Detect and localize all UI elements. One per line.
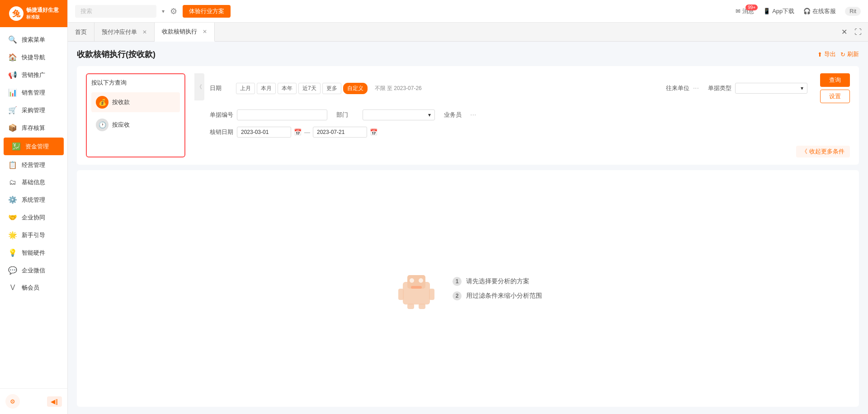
verify-date-field: 核销日期 📅 — 📅 — [210, 127, 377, 138]
sidebar-item-sales[interactable]: 📊 销售管理 — [0, 84, 67, 101]
doc-number-input[interactable] — [237, 109, 327, 120]
refresh-btn[interactable]: ↻ 刷新 — [840, 50, 859, 58]
sidebar-item-enterprise[interactable]: 🤝 企业协同 — [0, 209, 67, 226]
date-btn-7days[interactable]: 近7天 — [298, 83, 321, 94]
tab-prepay-close[interactable]: ✕ — [142, 29, 147, 35]
sidebar-item-basic-info[interactable]: 🗂 基础信息 — [0, 174, 67, 191]
filter-option-by-receipt[interactable]: 💰 按收款 — [91, 92, 180, 112]
verify-date-start-input[interactable] — [237, 127, 291, 138]
svg-rect-5 — [398, 289, 404, 300]
tab-prepay[interactable]: 预付冲应付单 ✕ — [94, 23, 155, 41]
calendar-end-icon[interactable]: 📅 — [370, 128, 377, 136]
sidebar-settings-btn[interactable]: ⚙ — [5, 394, 20, 409]
tab-home[interactable]: 首页 — [68, 23, 94, 41]
sidebar-item-label: 企业协同 — [22, 214, 45, 222]
tip-num-2: 2 — [453, 291, 462, 300]
filter-row-1: 日期 上月 本月 本年 近7天 更多 自定义 不限 至 2023-07-26 往… — [210, 73, 850, 103]
filter-right: 日期 上月 本月 本年 近7天 更多 自定义 不限 至 2023-07-26 往… — [210, 73, 850, 157]
message-badge: 99+ — [745, 5, 758, 10]
filter-row-3: 核销日期 📅 — 📅 — [210, 127, 850, 138]
sidebar-collapse-btn[interactable]: ◀‖ — [47, 396, 62, 407]
staff-dots[interactable]: ··· — [470, 111, 476, 119]
receivable-label: 按应收 — [112, 121, 130, 129]
refresh-label: 刷新 — [847, 50, 859, 58]
sidebar-item-search[interactable]: 🔍 搜索菜单 — [0, 31, 67, 48]
date-sep: — — [304, 129, 310, 136]
online-service-btn[interactable]: 🎧 在线客服 — [803, 7, 836, 15]
sidebar-item-system[interactable]: ⚙️ 系统管理 — [0, 191, 67, 209]
sidebar-item-wechat[interactable]: 💬 企业微信 — [0, 262, 67, 279]
settings-btn[interactable]: 设置 — [820, 90, 850, 103]
dept-select[interactable]: ▾ — [363, 109, 435, 120]
sidebar-item-inventory[interactable]: 📦 库存核算 — [0, 119, 67, 137]
topbar: 搜索 ▾ ⚙ 体验行业方案 ✉ 消息 99+ 📱 App下载 🎧 在线客服 Ri… — [68, 0, 868, 23]
receipt-icon: 💰 — [96, 96, 108, 109]
date-field: 日期 上月 本月 本年 近7天 更多 自定义 不限 至 2023-07-26 — [210, 83, 422, 94]
counterpart-dots[interactable]: ··· — [693, 84, 699, 92]
date-btn-this-year[interactable]: 本年 — [278, 83, 297, 94]
app-download-btn[interactable]: 📱 App下载 — [763, 7, 794, 15]
purchase-icon: 🛒 — [8, 106, 17, 114]
hardware-icon: 💡 — [8, 248, 17, 257]
doc-type-field: 单据类型 ▾ — [708, 83, 807, 94]
topbar-search[interactable]: 搜索 — [75, 5, 156, 18]
dept-field: 部门 ▾ — [336, 109, 435, 120]
filter-panel-collapse-btn[interactable]: 《 — [194, 73, 204, 100]
doc-type-label: 单据类型 — [708, 84, 731, 92]
tab-collection-close[interactable]: ✕ — [203, 29, 207, 35]
export-btn[interactable]: ⬆ 导出 — [817, 50, 836, 58]
close-tab-btn[interactable]: ✕ — [840, 26, 849, 38]
collapse-conditions-btn[interactable]: 《 收起更多条件 — [796, 146, 850, 157]
wechat-icon: 💬 — [8, 266, 17, 275]
page-header-actions: ⬆ 导出 ↻ 刷新 — [817, 50, 859, 58]
tab-collection[interactable]: 收款核销执行 ✕ — [155, 23, 215, 42]
sidebar-item-label: 经营管理 — [22, 161, 45, 169]
sidebar-item-quick-nav[interactable]: 🏠 快捷导航 — [0, 48, 67, 66]
sidebar-item-marketing[interactable]: 📢 营销推广 — [0, 66, 67, 84]
guide-icon: 🌟 — [8, 231, 17, 239]
sidebar-item-business[interactable]: 📋 经营管理 — [0, 156, 67, 174]
solution-btn[interactable]: 体验行业方案 — [183, 5, 231, 18]
verify-date-end-input[interactable] — [313, 127, 367, 138]
doc-type-select[interactable]: ▾ — [735, 83, 807, 94]
date-btn-this-month[interactable]: 本月 — [257, 83, 276, 94]
date-btn-more[interactable]: 更多 — [322, 83, 341, 94]
app-logo: 兔 畅捷通好生意 标准版 — [0, 0, 67, 27]
sidebar-item-guide[interactable]: 🌟 新手引导 — [0, 226, 67, 244]
sidebar-item-label: 采购管理 — [22, 106, 45, 114]
filter-row-2: 单据编号 部门 ▾ 业务员 ··· — [210, 109, 850, 120]
topbar-settings-icon[interactable]: ⚙ — [170, 6, 177, 16]
app-download-label: App下载 — [772, 7, 794, 15]
sidebar-item-label: 系统管理 — [22, 196, 45, 204]
message-btn[interactable]: ✉ 消息 99+ — [736, 7, 754, 15]
marketing-icon: 📢 — [8, 71, 17, 79]
dept-label: 部门 — [336, 111, 359, 119]
user-info[interactable]: Rit — [845, 7, 861, 16]
topbar-dropdown-icon[interactable]: ▾ — [162, 8, 165, 14]
sidebar-item-purchase[interactable]: 🛒 采购管理 — [0, 101, 67, 119]
user-name: Rit — [849, 8, 856, 14]
sidebar-item-hardware[interactable]: 💡 智能硬件 — [0, 244, 67, 262]
verify-date-range: 📅 — 📅 — [237, 127, 377, 138]
svg-point-2 — [410, 278, 414, 283]
sidebar-item-vip[interactable]: V 畅会员 — [0, 279, 67, 296]
query-btn[interactable]: 查询 — [820, 73, 850, 87]
empty-content: 1 请先选择要分析的方案 2 用过滤条件来缩小分析范围 — [394, 266, 542, 311]
date-btn-last-month[interactable]: 上月 — [236, 83, 255, 94]
dept-arrow: ▾ — [428, 112, 431, 118]
sidebar-item-finance[interactable]: 💹 资金管理 — [4, 138, 64, 155]
staff-label: 业务员 — [444, 111, 467, 119]
sidebar-item-label: 快捷导航 — [22, 53, 45, 62]
collapse-conditions-row: 《 收起更多条件 — [210, 146, 850, 157]
verify-date-label: 核销日期 — [210, 128, 233, 136]
expand-tab-btn[interactable]: ⛶ — [853, 26, 863, 38]
filter-option-by-receivable[interactable]: 🕐 按应收 — [91, 115, 180, 135]
svg-rect-7 — [407, 304, 414, 309]
calendar-start-icon[interactable]: 📅 — [294, 128, 302, 136]
date-sub-label: 不限 至 2023-07-26 — [375, 85, 422, 92]
date-btn-custom[interactable]: 自定义 — [343, 83, 368, 94]
sidebar-item-label: 搜索菜单 — [22, 36, 45, 44]
tab-prepay-label: 预付冲应付单 — [102, 28, 137, 36]
collapse-icon: 《 — [802, 148, 807, 156]
message-icon: ✉ — [736, 8, 741, 14]
